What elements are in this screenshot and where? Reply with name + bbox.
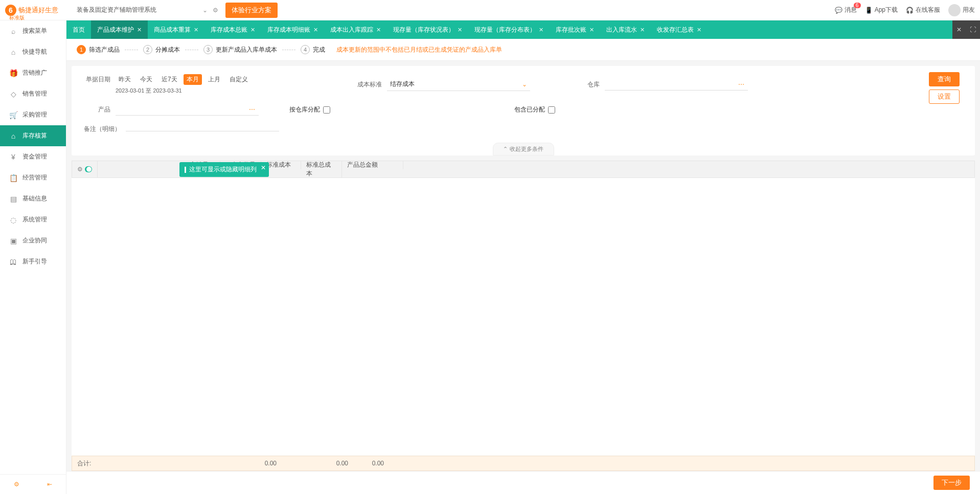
system-selector[interactable]: 装备及固定资产辅助管理系统 ⌄ [77,6,208,14]
tab-10[interactable]: 收发存汇总表✕ [651,20,708,39]
step-1: 2分摊成本 [143,45,180,54]
tab-2[interactable]: 商品成本重算✕ [148,20,204,39]
sidebar-item-6[interactable]: ¥资金管理 [0,146,66,167]
by-warehouse-checkbox[interactable] [323,106,330,114]
settings-button[interactable]: 设置 [929,89,960,104]
step-label: 更新产成品入库单成本 [216,46,277,54]
cost-standard-select[interactable]: 结存成本 ⌄ [387,78,530,91]
tab-label: 出入库流水 [606,26,637,34]
date-range: 2023-03-01 至 2023-03-31 [116,87,182,95]
messages-link[interactable]: 💬 消息 6 [835,6,857,14]
date-option-1[interactable]: 今天 [137,74,155,85]
chevron-down-icon: ⌄ [522,81,527,88]
date-option-5[interactable]: 自定义 [226,74,251,85]
sidebar-footer: ⚙ ⇤ [0,474,66,494]
include-allocated-checkbox[interactable] [548,106,555,114]
tab-1[interactable]: 产品成本维护✕ [91,20,148,39]
close-tab-icon[interactable]: ✕ [376,27,381,33]
sidebar-item-1[interactable]: ⌂快捷导航 [0,41,66,62]
settings-icon[interactable]: ⚙ [14,481,19,488]
tab-label: 首页 [73,26,85,34]
step-warning: 成本更新的范围中不包括已月结或已生成凭证的产成品入库单 [336,46,502,54]
filter-panel: 查询 设置 单据日期 昨天今天近7天本月上月自定义 2023-03-01 至 2… [72,66,975,155]
close-tab-icon[interactable]: ✕ [589,27,594,33]
footer-val-2: 0.00 [282,460,353,467]
sidebar-item-0[interactable]: ⌕搜索菜单 [0,20,66,41]
sidebar-icon: ◌ [9,216,17,224]
step-0: 1筛选产成品 [77,45,120,54]
date-options: 昨天今天近7天本月上月自定义 [116,74,251,85]
chevron-down-icon: ⌄ [202,7,208,14]
close-tab-icon[interactable]: ✕ [539,27,543,33]
close-tooltip-icon[interactable]: ✕ [261,164,266,171]
next-button[interactable]: 下一步 [933,476,970,490]
sidebar-icon: ⌕ [9,27,17,35]
data-table: ⚙ 这里可显示或隐藏明细列 ✕ ▲▼主计量▲▼生产数量标准成本标准总成本产品总金… [72,161,975,471]
product-label: 产品 [82,105,110,114]
sidebar-item-8[interactable]: ▤基础信息 [0,188,66,209]
date-option-3[interactable]: 本月 [184,74,202,85]
tab-label: 成本出入库跟踪 [330,26,373,34]
sidebar-item-11[interactable]: 🕮新手引导 [0,251,66,272]
close-all-tabs-icon[interactable]: ✕ [952,26,966,33]
column-settings[interactable]: ⚙ [72,161,98,177]
logo-text: 畅捷通好生意 [18,6,58,15]
close-tab-icon[interactable]: ✕ [640,27,645,33]
step-indicator: 1筛选产成品2分摊成本3更新产成品入库单成本4完成 成本更新的范围中不包括已月结… [66,39,980,61]
gear-icon[interactable]: ⚙ [213,7,218,14]
close-tab-icon[interactable]: ✕ [194,27,198,33]
collapse-filter[interactable]: ⌃ 收起更多条件 [493,143,554,155]
sidebar-item-7[interactable]: 📋经营管理 [0,167,66,188]
tab-label: 现存量（库存分布表） [474,26,536,34]
warehouse-select[interactable]: ⋯ [605,79,748,91]
date-option-4[interactable]: 上月 [205,74,223,85]
sidebar-item-4[interactable]: 🛒采购管理 [0,104,66,125]
messages-badge: 6 [854,3,861,8]
tab-9[interactable]: 出入库流水✕ [600,20,651,39]
logo-area: 6 畅捷通好生意 标准版 [5,5,66,16]
column-header-4[interactable]: 产品总金额 [342,161,403,169]
remark-input[interactable] [126,127,279,131]
date-option-0[interactable]: 昨天 [116,74,134,85]
step-label: 筛选产成品 [89,46,120,54]
date-option-2[interactable]: 近7天 [158,74,180,85]
tab-6[interactable]: 现存量（库存状况表）✕ [387,20,468,39]
query-button[interactable]: 查询 [929,72,960,86]
chevron-up-icon: ⌃ [503,146,509,152]
headset-icon: 🎧 [906,7,914,14]
tooltip-text: 这里可显示或隐藏明细列 [189,166,257,173]
sidebar-item-2[interactable]: 🎁营销推广 [0,62,66,83]
close-tab-icon[interactable]: ✕ [313,27,318,33]
support-link[interactable]: 🎧 在线客服 [906,6,940,14]
sidebar-icon: ⌂ [9,48,17,56]
tab-0[interactable]: 首页 [66,20,91,39]
tab-7[interactable]: 现存量（库存分布表）✕ [468,20,550,39]
close-tab-icon[interactable]: ✕ [697,27,701,33]
tab-8[interactable]: 库存批次账✕ [550,20,600,39]
app-download-link[interactable]: 📱 App下载 [865,6,898,14]
sidebar-label: 销售管理 [22,89,47,98]
by-warehouse-label: 按仓库分配 [289,105,320,114]
column-header-3[interactable]: 标准总成本 [301,161,342,178]
product-select[interactable]: ⋯ [116,104,259,116]
sidebar-item-10[interactable]: ▣企业协同 [0,230,66,251]
detail-toggle[interactable] [85,166,92,172]
sidebar-item-3[interactable]: ◇销售管理 [0,83,66,104]
close-tab-icon[interactable]: ✕ [458,27,462,33]
system-name: 装备及固定资产辅助管理系统 [77,6,156,14]
tab-4[interactable]: 库存成本明细账✕ [261,20,324,39]
app-download-label: App下载 [875,6,898,14]
sidebar-item-5[interactable]: ⌂库存核算 [0,125,66,146]
fullscreen-icon[interactable]: ⛶ [966,26,980,33]
tab-3[interactable]: 库存成本总账✕ [204,20,261,39]
close-tab-icon[interactable]: ✕ [137,27,142,33]
collapse-sidebar-icon[interactable]: ⇤ [47,481,52,488]
promo-button[interactable]: 体验行业方案 [225,3,278,18]
tab-5[interactable]: 成本出入库跟踪✕ [324,20,387,39]
sidebar-item-9[interactable]: ◌系统管理 [0,209,66,230]
close-tab-icon[interactable]: ✕ [250,27,255,33]
sidebar-label: 快捷导航 [22,48,47,56]
step-2: 3更新产成品入库单成本 [203,45,277,54]
tab-label: 库存成本明细账 [267,26,310,34]
user-menu[interactable]: 用友 [948,4,975,16]
